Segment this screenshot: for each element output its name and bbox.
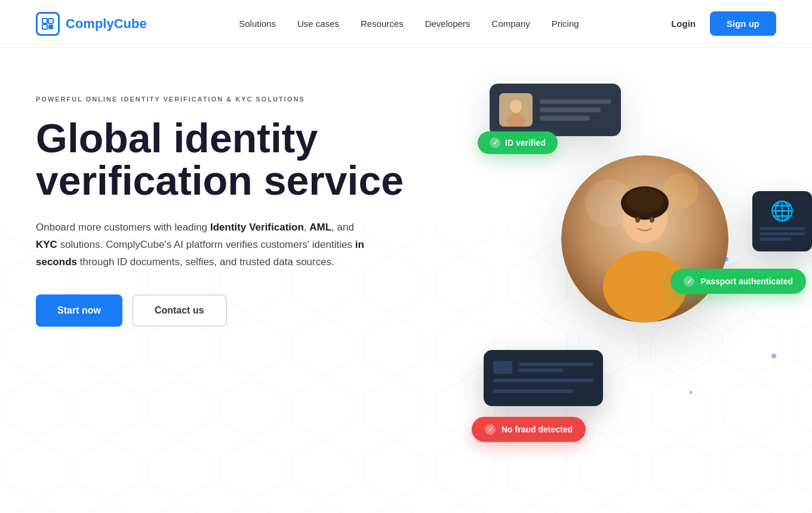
svg-point-17 — [635, 217, 640, 223]
svg-point-18 — [650, 217, 654, 223]
hero-section: POWERFUL ONLINE IDENTITY VERIFICATION & … — [0, 48, 812, 513]
navbar: ComplyCube Solutions Use cases Resources… — [0, 0, 812, 48]
nav-links: Solutions Use cases Resources Developers… — [239, 19, 579, 29]
svg-rect-2 — [42, 24, 47, 29]
logo-icon — [36, 12, 60, 36]
dot-decoration-2 — [771, 354, 776, 358]
check-icon-nofraud: ✓ — [485, 424, 496, 435]
doc-top — [493, 361, 593, 374]
svg-point-7 — [510, 100, 522, 113]
passport-info — [759, 227, 805, 243]
id-avatar — [499, 93, 533, 127]
svg-rect-3 — [48, 24, 53, 29]
check-icon-passport: ✓ — [684, 276, 694, 287]
hero-illustration: ✓ ID verified — [442, 84, 812, 513]
check-icon: ✓ — [490, 137, 500, 148]
nav-use-cases[interactable]: Use cases — [297, 19, 339, 29]
hero-eyebrow: POWERFUL ONLINE IDENTITY VERIFICATION & … — [36, 96, 404, 103]
nav-developers[interactable]: Developers — [425, 19, 470, 29]
brand-name: ComplyCube — [66, 16, 147, 32]
svg-point-15 — [626, 189, 664, 213]
dot-decoration — [724, 257, 728, 262]
passport-card: 🌐 — [752, 191, 812, 251]
nav-pricing[interactable]: Pricing — [552, 19, 579, 29]
start-now-button[interactable]: Start now — [36, 294, 122, 327]
id-card-info — [540, 99, 611, 121]
hero-buttons: Start now Contact us — [36, 294, 404, 327]
nav-resources[interactable]: Resources — [361, 19, 404, 29]
doc-icon — [493, 361, 512, 374]
doc-info — [518, 363, 593, 372]
document-card — [484, 350, 603, 406]
nav-company[interactable]: Company — [492, 19, 530, 29]
hero-description: Onboard more customers with leading Iden… — [36, 219, 370, 271]
hero-title: Global identity verification service — [36, 117, 404, 202]
contact-us-button[interactable]: Contact us — [132, 294, 227, 327]
passport-authenticated-badge: ✓ Passport authenticated — [670, 269, 806, 294]
globe-icon: 🌐 — [770, 199, 794, 222]
nav-solutions[interactable]: Solutions — [239, 19, 276, 29]
no-fraud-badge: ✓ No fraud detected — [472, 417, 586, 442]
nav-actions: Login Sign up — [671, 11, 776, 36]
hero-content: POWERFUL ONLINE IDENTITY VERIFICATION & … — [36, 96, 404, 327]
id-card — [490, 84, 621, 136]
login-button[interactable]: Login — [671, 19, 696, 29]
svg-rect-1 — [48, 19, 53, 23]
person-portrait — [561, 155, 728, 322]
logo[interactable]: ComplyCube — [36, 12, 147, 36]
dot-decoration-3 — [689, 391, 693, 394]
id-verified-badge: ✓ ID verified — [478, 131, 558, 154]
signup-button[interactable]: Sign up — [710, 11, 776, 36]
svg-rect-0 — [42, 19, 47, 23]
